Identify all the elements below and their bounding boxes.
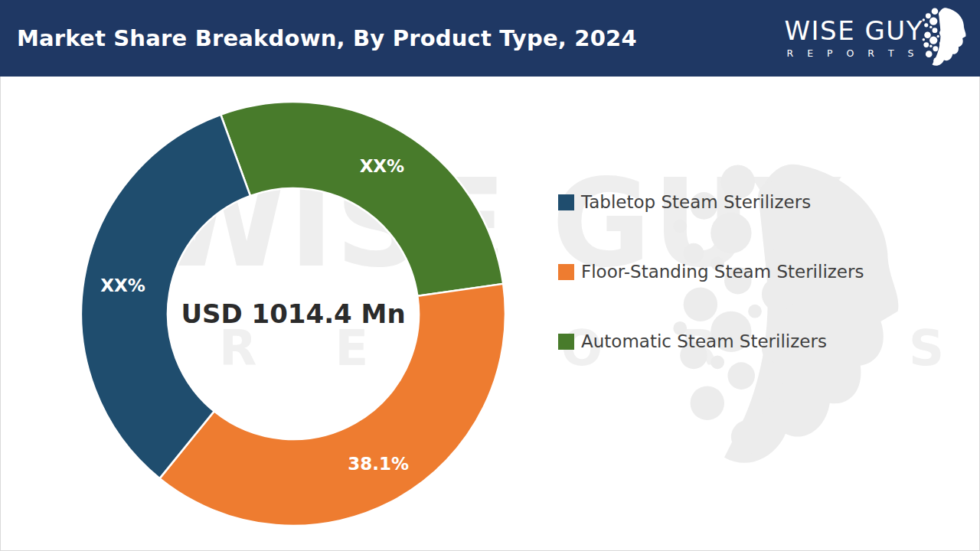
legend-item-floor-standing: Floor-Standing Steam Sterilizers xyxy=(558,262,864,281)
brand-face-icon xyxy=(920,5,968,71)
chart-canvas: WISE GUY R E P O R T S XX%38.1%XX% USD 1… xyxy=(0,77,980,551)
brand-logo: WISE GUY R E P O R T S xyxy=(784,5,980,71)
chart-legend: Tabletop Steam Sterilizers Floor-Standin… xyxy=(558,193,864,402)
donut-segment xyxy=(220,102,503,296)
brand-name: WISE GUY xyxy=(784,18,923,44)
legend-swatch-green xyxy=(558,334,574,350)
legend-swatch-orange xyxy=(558,264,574,280)
legend-label: Floor-Standing Steam Sterilizers xyxy=(581,262,864,282)
donut-segment-label: XX% xyxy=(360,156,405,176)
donut-center-value: USD 1014.4 Mn xyxy=(181,298,405,329)
legend-item-tabletop: Tabletop Steam Sterilizers xyxy=(558,193,864,211)
legend-item-automatic: Automatic Steam Sterilizers xyxy=(558,332,864,350)
brand-subname: R E P O R T S xyxy=(784,47,919,59)
page: Market Share Breakdown, By Product Type,… xyxy=(0,0,980,551)
legend-label: Tabletop Steam Sterilizers xyxy=(581,192,811,212)
page-title: Market Share Breakdown, By Product Type,… xyxy=(0,25,637,51)
header-bar: Market Share Breakdown, By Product Type,… xyxy=(0,0,980,77)
brand-logo-text: WISE GUY R E P O R T S xyxy=(784,18,923,59)
donut-segment-label: XX% xyxy=(100,276,145,295)
donut-segment-label: 38.1% xyxy=(348,454,409,474)
legend-label: Automatic Steam Sterilizers xyxy=(581,331,827,351)
legend-swatch-blue xyxy=(558,194,574,210)
